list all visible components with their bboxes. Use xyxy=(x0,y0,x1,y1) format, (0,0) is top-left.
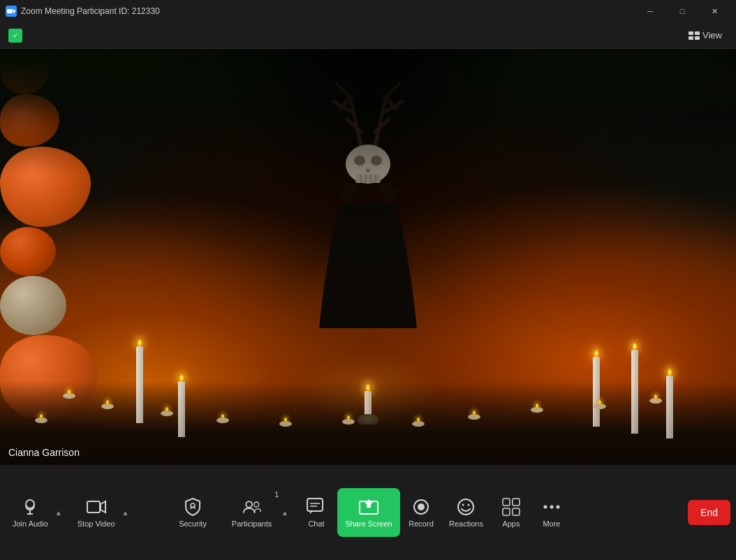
tealight xyxy=(412,421,425,427)
participants-icon xyxy=(242,497,262,517)
minimize-button[interactable]: ─ xyxy=(634,0,666,22)
candle-body xyxy=(666,376,673,439)
join-audio-label: Join Audio xyxy=(13,520,48,528)
more-icon xyxy=(542,497,561,517)
security-shield-icon: ✓ xyxy=(8,29,22,43)
stop-video-button[interactable]: Stop Video xyxy=(71,488,122,537)
titlebar: Zoom Meeting Participant ID: 212330 ─ □ … xyxy=(0,0,736,22)
antlers-skull-svg xyxy=(298,63,438,342)
candle-left-1 xyxy=(136,339,143,423)
toolbar-center: Security 1 Participants ▲ xyxy=(165,488,571,537)
chat-icon xyxy=(307,497,326,517)
svg-rect-46 xyxy=(513,508,520,515)
svg-point-18 xyxy=(354,156,365,165)
tealight xyxy=(594,404,606,409)
candle-flame xyxy=(594,350,598,357)
svg-rect-43 xyxy=(503,499,510,506)
record-label: Record xyxy=(409,520,433,528)
share-screen-icon xyxy=(359,497,378,517)
svg-marker-37 xyxy=(365,499,373,508)
security-button[interactable]: Security xyxy=(165,488,221,537)
candle-body xyxy=(178,381,185,437)
video-area: Cianna Garrison xyxy=(0,49,736,465)
candle-right-1 xyxy=(593,350,600,427)
svg-rect-45 xyxy=(503,508,510,515)
share-screen-label: Share Screen xyxy=(345,520,392,528)
record-icon xyxy=(411,497,431,517)
svg-line-8 xyxy=(337,84,351,98)
svg-rect-3 xyxy=(689,31,693,35)
security-label: Security xyxy=(179,520,207,528)
tealight xyxy=(63,393,75,399)
candle-body xyxy=(365,391,371,415)
zoom-bar-left: ✓ xyxy=(8,29,22,43)
view-button[interactable]: View xyxy=(683,28,728,43)
more-button[interactable]: More xyxy=(532,488,571,537)
end-button[interactable]: End xyxy=(688,500,730,525)
svg-point-47 xyxy=(543,506,547,509)
participants-badge: 1 xyxy=(274,491,279,499)
tealight xyxy=(161,411,173,416)
svg-line-13 xyxy=(385,84,399,98)
candle-flame xyxy=(633,343,637,350)
participants-button[interactable]: 1 Participants xyxy=(222,488,281,537)
security-icon xyxy=(183,497,203,517)
view-label: View xyxy=(702,30,722,40)
chat-label: Chat xyxy=(308,520,324,528)
candle-body xyxy=(631,350,638,434)
more-label: More xyxy=(543,520,560,528)
zoom-toolbar-bar: ✓ View xyxy=(0,22,736,49)
titlebar-title: Zoom Meeting Participant ID: 212330 xyxy=(21,6,160,16)
toolbar-left: Join Audio ▲ Stop Video ▲ xyxy=(6,488,135,537)
stop-video-label: Stop Video xyxy=(78,520,115,528)
close-button[interactable]: ✕ xyxy=(698,0,730,22)
candle-right-3 xyxy=(666,369,673,439)
zoom-logo-icon xyxy=(6,6,17,17)
reactions-label: Reactions xyxy=(449,520,483,528)
tealight xyxy=(35,418,47,423)
svg-point-19 xyxy=(371,156,382,165)
candle-flame xyxy=(179,374,184,381)
svg-rect-44 xyxy=(513,499,520,506)
join-audio-button[interactable]: Join Audio xyxy=(6,488,55,537)
apps-button[interactable]: Apps xyxy=(492,488,531,537)
share-screen-button[interactable]: Share Screen xyxy=(337,488,400,537)
candle-holder xyxy=(358,414,378,425)
tealight xyxy=(531,407,543,413)
apps-label: Apps xyxy=(502,520,520,528)
svg-rect-6 xyxy=(695,36,700,40)
maximize-button[interactable]: □ xyxy=(666,0,698,22)
reactions-button[interactable]: Reactions xyxy=(442,488,490,537)
participant-name: Cianna Garrison xyxy=(8,447,80,458)
svg-point-40 xyxy=(458,499,473,515)
candle-body xyxy=(593,357,600,427)
svg-point-31 xyxy=(246,501,252,508)
view-icon xyxy=(689,31,700,40)
candle-body xyxy=(136,346,143,423)
svg-point-48 xyxy=(550,506,553,509)
candle-flame xyxy=(138,339,142,346)
pumpkin-right-back xyxy=(0,227,56,276)
svg-rect-4 xyxy=(695,31,700,35)
svg-marker-29 xyxy=(101,501,105,513)
titlebar-left: Zoom Meeting Participant ID: 212330 xyxy=(6,6,160,17)
candle-right-2 xyxy=(631,343,638,434)
svg-point-39 xyxy=(418,503,425,510)
svg-point-42 xyxy=(468,504,470,506)
svg-point-49 xyxy=(556,506,559,509)
tealight xyxy=(468,414,480,420)
toolbar: Join Audio ▲ Stop Video ▲ xyxy=(0,465,736,560)
svg-rect-28 xyxy=(87,501,100,513)
svg-rect-1 xyxy=(7,9,13,13)
record-button[interactable]: Record xyxy=(402,488,441,537)
pumpkin-right-white xyxy=(0,276,66,335)
participants-label: Participants xyxy=(232,520,272,528)
svg-rect-5 xyxy=(689,36,693,40)
center-figure xyxy=(298,63,438,342)
svg-point-32 xyxy=(253,502,258,507)
chat-button[interactable]: Chat xyxy=(297,488,336,537)
join-audio-icon xyxy=(20,497,40,517)
video-background: Cianna Garrison xyxy=(0,49,736,465)
svg-point-25 xyxy=(26,500,34,508)
candle-flame xyxy=(668,369,672,376)
